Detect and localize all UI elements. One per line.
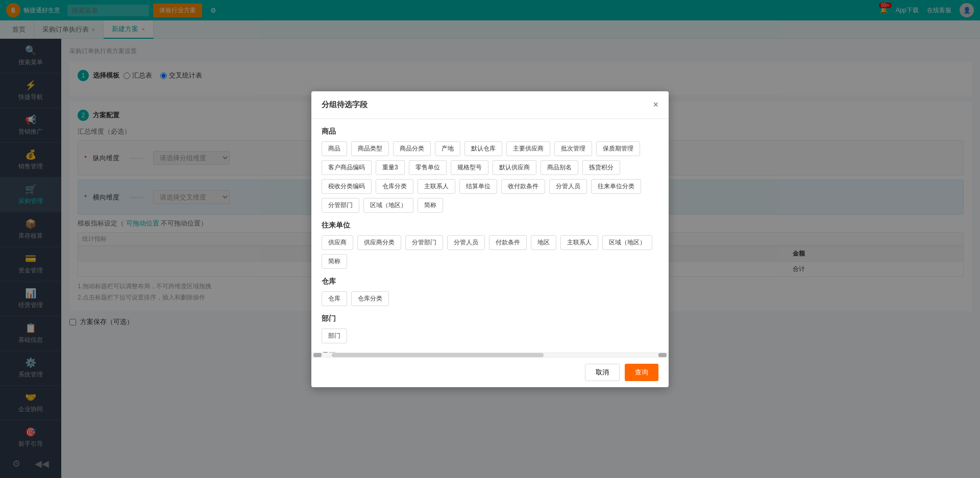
field-weight3[interactable]: 重量3 — [376, 160, 405, 175]
section-goods: 商品 商品 商品类型 商品分类 产地 默认仓库 主要供应商 批次管理 保质期管理… — [322, 127, 658, 213]
field-expiry-mgmt[interactable]: 保质期管理 — [596, 141, 640, 156]
field-goods[interactable]: 商品 — [322, 141, 347, 156]
field-partner-region[interactable]: 区域（地区） — [602, 235, 652, 250]
field-pick-points[interactable]: 拣货积分 — [582, 160, 620, 175]
modal-body: 商品 商品 商品类型 商品分类 产地 默认仓库 主要供应商 批次管理 保质期管理… — [311, 119, 669, 353]
field-goods-alias[interactable]: 商品别名 — [541, 160, 578, 175]
hscroll-right-arrow[interactable] — [658, 353, 667, 357]
field-default-warehouse[interactable]: 默认仓库 — [464, 141, 502, 156]
section-warehouse: 仓库 仓库 仓库分类 — [322, 277, 658, 306]
section-department: 部门 部门 — [322, 314, 658, 343]
field-partner-supervisor[interactable]: 分管人员 — [447, 235, 485, 250]
field-partner-contact[interactable]: 主联系人 — [560, 235, 598, 250]
field-origin[interactable]: 产地 — [435, 141, 460, 156]
modal-cancel-button[interactable]: 取消 — [585, 364, 620, 381]
field-warehouse-category[interactable]: 仓库分类 — [376, 179, 413, 194]
field-partner-dept[interactable]: 分管部门 — [405, 235, 443, 250]
field-supplier-category[interactable]: 供应商分类 — [357, 235, 401, 250]
field-supplier[interactable]: 供应商 — [322, 235, 353, 250]
hscroll-thumb[interactable] — [332, 353, 544, 357]
field-main-contact[interactable]: 主联系人 — [418, 179, 455, 194]
field-batch-mgmt[interactable]: 批次管理 — [554, 141, 592, 156]
field-warehouse-cat[interactable]: 仓库分类 — [351, 291, 389, 306]
modal-footer: 取消 查询 — [311, 357, 669, 387]
modal-title: 分组待选字段 — [322, 100, 368, 110]
field-retail-unit[interactable]: 零售单位 — [409, 160, 447, 175]
field-dept[interactable]: 部门 — [322, 329, 347, 343]
field-payment-cond[interactable]: 付款条件 — [489, 235, 527, 250]
field-payment-terms[interactable]: 收付款条件 — [501, 179, 545, 194]
field-tax-code[interactable]: 税收分类编码 — [322, 179, 372, 194]
field-goods-category[interactable]: 商品分类 — [393, 141, 431, 156]
modal-confirm-button[interactable]: 查询 — [625, 364, 658, 381]
modal-horizontal-scrollbar[interactable] — [311, 353, 669, 357]
field-area[interactable]: 地区 — [531, 235, 556, 250]
section-partner-fields: 供应商 供应商分类 分管部门 分管人员 付款条件 地区 主联系人 区域（地区） … — [322, 235, 658, 269]
field-settlement-unit[interactable]: 结算单位 — [459, 179, 497, 194]
section-partner: 往来单位 供应商 供应商分类 分管部门 分管人员 付款条件 地区 主联系人 区域… — [322, 221, 658, 269]
modal-header: 分组待选字段 × — [311, 91, 669, 119]
field-select-modal: 分组待选字段 × 商品 商品 商品类型 商品分类 产地 默认仓库 主要供应商 批… — [311, 91, 669, 387]
section-warehouse-title: 仓库 — [322, 277, 658, 286]
section-warehouse-fields: 仓库 仓库分类 — [322, 291, 658, 306]
section-department-fields: 部门 — [322, 329, 658, 343]
section-goods-title: 商品 — [322, 127, 658, 136]
modal-close-button[interactable]: × — [653, 99, 658, 110]
field-dept-mgmt[interactable]: 分管部门 — [322, 198, 359, 213]
field-partner-shortname[interactable]: 简称 — [322, 254, 347, 269]
section-goods-fields: 商品 商品类型 商品分类 产地 默认仓库 主要供应商 批次管理 保质期管理 客户… — [322, 141, 658, 213]
field-goods-type[interactable]: 商品类型 — [351, 141, 389, 156]
section-partner-title: 往来单位 — [322, 221, 658, 230]
field-customer-code[interactable]: 客户商品编码 — [322, 160, 372, 175]
modal-overlay: 分组待选字段 × 商品 商品 商品类型 商品分类 产地 默认仓库 主要供应商 批… — [0, 0, 980, 478]
field-main-supplier[interactable]: 主要供应商 — [506, 141, 550, 156]
section-department-title: 部门 — [322, 314, 658, 323]
field-region[interactable]: 区域（地区） — [363, 198, 413, 213]
hscroll-left-arrow[interactable] — [313, 353, 322, 357]
field-default-supplier[interactable]: 默认供应商 — [493, 160, 536, 175]
field-partner-category[interactable]: 往来单位分类 — [591, 179, 641, 194]
field-short-name[interactable]: 简称 — [418, 198, 443, 213]
field-spec-model[interactable]: 规格型号 — [451, 160, 488, 175]
field-warehouse[interactable]: 仓库 — [322, 291, 347, 306]
field-supervisor[interactable]: 分管人员 — [549, 179, 587, 194]
